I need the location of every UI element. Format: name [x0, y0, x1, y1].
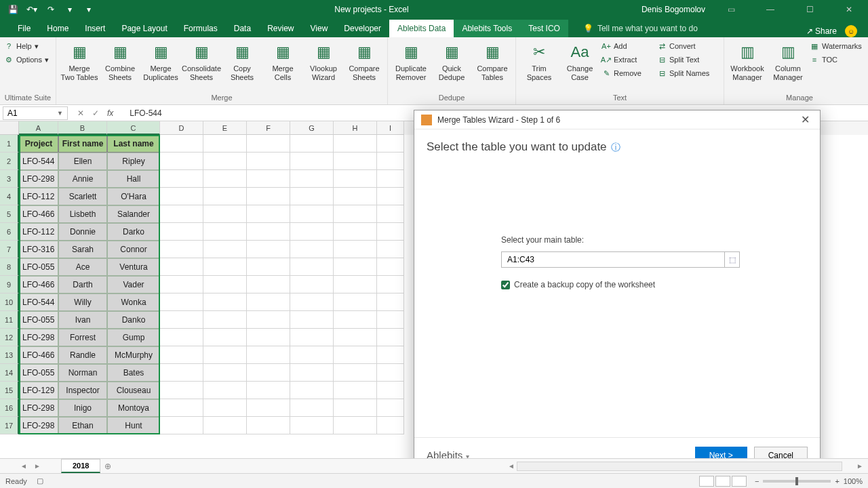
name-box[interactable]: A1▼ [3, 106, 68, 120]
cell[interactable] [160, 152, 203, 170]
col-header-B[interactable]: B [58, 121, 107, 135]
cell[interactable] [290, 152, 334, 170]
cell[interactable] [160, 170, 203, 188]
cell[interactable] [247, 135, 290, 152]
cell[interactable] [203, 382, 247, 399]
range-picker-icon[interactable]: ⬚ [725, 251, 740, 268]
cell[interactable] [160, 364, 203, 382]
qat-more-icon[interactable]: ▾ [62, 2, 77, 17]
cell[interactable]: Wonka [107, 293, 160, 311]
cell[interactable] [377, 311, 404, 329]
cell[interactable] [377, 329, 404, 346]
col-header-A[interactable]: A [19, 121, 58, 135]
cell[interactable]: Vader [107, 276, 160, 293]
cell[interactable] [377, 135, 404, 152]
cell[interactable]: Connor [107, 241, 160, 258]
cell[interactable] [377, 417, 404, 434]
row-header[interactable]: 6 [0, 223, 19, 241]
cell[interactable]: Inspector [58, 382, 107, 399]
cell[interactable] [203, 276, 247, 293]
cell[interactable] [247, 241, 290, 258]
cell[interactable] [203, 152, 247, 170]
cell[interactable]: Project [19, 135, 58, 152]
cell[interactable]: Sarah [58, 241, 107, 258]
tab-page-layout[interactable]: Page Layout [113, 20, 175, 37]
row-header[interactable]: 10 [0, 293, 19, 311]
cell[interactable]: LFO-466 [19, 346, 58, 364]
merge-btn-5[interactable]: ▦MergeCells [264, 39, 302, 81]
toc-button[interactable]: ≡TOC [810, 55, 868, 64]
cell[interactable]: LFO-316 [19, 241, 58, 258]
cell[interactable]: Ivan [58, 311, 107, 329]
main-table-input[interactable] [501, 251, 725, 268]
column-manager-button[interactable]: ▥Column Manager [769, 39, 807, 81]
col-header-I[interactable]: I [377, 121, 404, 135]
cell[interactable] [160, 205, 203, 223]
cell[interactable]: LFO-466 [19, 205, 58, 223]
cell[interactable]: Gump [107, 329, 160, 346]
cell[interactable] [290, 241, 334, 258]
row-header[interactable]: 12 [0, 329, 19, 346]
row-header[interactable]: 1 [0, 135, 19, 152]
zoom-slider[interactable] [763, 480, 831, 483]
cell[interactable] [160, 241, 203, 258]
tab-developer[interactable]: Developer [336, 20, 389, 37]
feedback-icon[interactable]: ☺ [845, 25, 857, 37]
merge-btn-0[interactable]: ▦MergeTwo Tables [60, 39, 98, 81]
cell[interactable] [160, 399, 203, 417]
merge-btn-3[interactable]: ▦ConsolidateSheets [182, 39, 220, 81]
maximize-icon[interactable]: ☐ [796, 5, 823, 14]
cell[interactable] [334, 276, 377, 293]
cell[interactable] [203, 258, 247, 276]
zoom-in-icon[interactable]: + [835, 477, 839, 485]
row-header[interactable]: 17 [0, 417, 19, 434]
cell[interactable] [377, 152, 404, 170]
tab-home[interactable]: Home [39, 20, 77, 37]
dedupe-btn-2[interactable]: ▦CompareTables [473, 39, 511, 81]
cell[interactable] [247, 223, 290, 241]
tab-ablebits-data[interactable]: Ablebits Data [389, 20, 454, 37]
cell[interactable] [290, 188, 334, 205]
cell[interactable] [160, 276, 203, 293]
cell[interactable] [377, 223, 404, 241]
cell[interactable] [334, 346, 377, 364]
cell[interactable] [203, 364, 247, 382]
cell[interactable] [377, 188, 404, 205]
cell[interactable] [203, 241, 247, 258]
cell[interactable] [247, 293, 290, 311]
cell[interactable] [160, 223, 203, 241]
cell[interactable] [160, 417, 203, 434]
dialog-close-icon[interactable]: ✕ [797, 113, 813, 126]
undo-icon[interactable]: ↶▾ [24, 2, 39, 17]
cell[interactable] [247, 152, 290, 170]
cell[interactable]: Salander [107, 205, 160, 223]
cell[interactable] [334, 258, 377, 276]
tab-file[interactable]: File [9, 20, 39, 37]
cell[interactable] [334, 170, 377, 188]
zoom-level[interactable]: 100% [844, 477, 863, 485]
cell[interactable] [247, 205, 290, 223]
cell[interactable] [334, 223, 377, 241]
cell[interactable] [160, 135, 203, 152]
row-header[interactable]: 8 [0, 258, 19, 276]
select-all-corner[interactable] [0, 121, 19, 135]
cell[interactable] [334, 135, 377, 152]
cell[interactable] [377, 293, 404, 311]
row-header[interactable]: 9 [0, 276, 19, 293]
cell[interactable] [247, 364, 290, 382]
cell[interactable] [160, 382, 203, 399]
merge-btn-6[interactable]: ▦VlookupWizard [304, 39, 342, 81]
cell[interactable]: LFO-112 [19, 188, 58, 205]
cell[interactable]: LFO-055 [19, 258, 58, 276]
cell[interactable]: Randle [58, 346, 107, 364]
cell[interactable]: Annie [58, 170, 107, 188]
cell[interactable] [203, 135, 247, 152]
split-text-button[interactable]: ⊟Split Text [657, 55, 719, 64]
cell[interactable] [203, 399, 247, 417]
convert-text-button[interactable]: ⇄Convert [657, 41, 719, 51]
view-page-break-icon[interactable] [732, 476, 747, 487]
cell[interactable] [334, 329, 377, 346]
cell[interactable] [203, 170, 247, 188]
remove-text-button[interactable]: ✎Remove [601, 68, 654, 78]
cell[interactable] [160, 346, 203, 364]
